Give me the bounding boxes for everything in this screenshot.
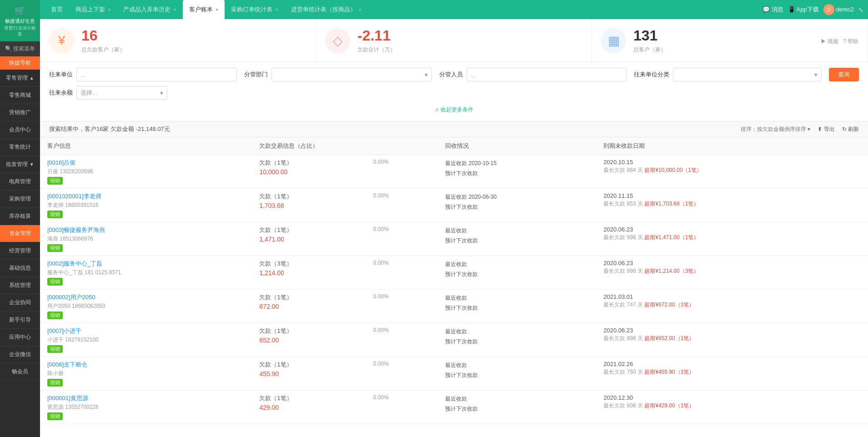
- latest-payment: 最近收款: [445, 260, 589, 270]
- debt-count: 欠款（1笔）: [259, 192, 358, 201]
- filter-vendor-input[interactable]: ...: [76, 68, 237, 81]
- sidebar-item-wholesale[interactable]: 批发管理 ▼: [0, 156, 40, 173]
- sidebar-item-retail-mall[interactable]: 零售商城: [0, 87, 40, 104]
- sidebar-item-purchase[interactable]: 采购管理: [0, 191, 40, 208]
- refresh-icon: ↻: [842, 126, 847, 132]
- overdue-info: 最长欠款 750 天 超期¥455.90（1笔）: [603, 367, 861, 377]
- overdue-link[interactable]: 超期¥1,214.00（3笔）: [644, 268, 699, 274]
- debt-amount[interactable]: 1,471.00: [259, 236, 358, 243]
- close-icon[interactable]: ×: [173, 7, 176, 12]
- due-date-cell: 2021.03.01 最长欠款 747 天 超期¥672.00（1笔）: [596, 290, 868, 323]
- debt-ratio: 0.00%: [373, 226, 431, 232]
- debt-amount[interactable]: 10,000.00: [259, 168, 358, 176]
- debt-amount[interactable]: 455.90: [259, 370, 358, 377]
- customer-name-link[interactable]: [0001020001]李老师: [47, 192, 245, 201]
- maximize-icon[interactable]: ⤡: [858, 6, 863, 13]
- user-avatar[interactable]: D demo2: [823, 4, 854, 15]
- customer-name-link[interactable]: [0006]去下粮仓: [47, 361, 245, 369]
- sidebar-item-retail-mgmt[interactable]: 零售管理 ▲: [0, 70, 40, 87]
- tab-purchase-stats[interactable]: 采购订单统计表 ×: [225, 0, 284, 19]
- filter-balance-select[interactable]: 选择... ▾: [76, 86, 167, 100]
- debt-ratio: 0.00%: [373, 260, 431, 266]
- overdue-link[interactable]: 超期¥1,471.00（1笔）: [644, 234, 699, 241]
- overdue-link[interactable]: 超期¥455.90（1笔）: [644, 369, 694, 375]
- sort-label[interactable]: 排序：按欠款金额倒序排序 ▾: [741, 126, 810, 133]
- sidebar-item-inventory[interactable]: 库存核算: [0, 208, 40, 225]
- customer-name-link[interactable]: [0002]服务中心_丁磊: [47, 260, 245, 268]
- logo-icon: 🛒: [2, 5, 38, 16]
- sidebar-item-guide[interactable]: 新手引导: [0, 311, 40, 329]
- filter-dept-select[interactable]: ▾: [271, 68, 432, 81]
- sidebar-item-system[interactable]: 系统管理: [0, 277, 40, 294]
- quick-nav[interactable]: 快捷导航: [0, 56, 40, 70]
- sidebar-item-ecommerce[interactable]: 电商管理: [0, 173, 40, 191]
- export-btn[interactable]: ⬆ 导出: [818, 126, 834, 133]
- sidebar-item-basic-info[interactable]: 基础信息: [0, 260, 40, 277]
- due-date: 2020.11.15: [603, 192, 861, 199]
- customer-name-link[interactable]: [0016]吕俊: [47, 159, 245, 167]
- help-btn[interactable]: ? 帮助: [843, 38, 858, 45]
- message-btn[interactable]: 💬 消息: [763, 5, 783, 14]
- debt-amount[interactable]: 1,214.00: [259, 269, 358, 276]
- sidebar-item-retail-stats[interactable]: 零售统计: [0, 139, 40, 156]
- tab-customer-ledger[interactable]: 客户账本 ×: [183, 0, 225, 19]
- debt-amount[interactable]: 429.00: [259, 404, 358, 411]
- search-button[interactable]: 查询: [829, 68, 859, 81]
- tab-product-listing[interactable]: 商品上下架 ×: [69, 0, 117, 19]
- col-customer-info: 客户信息: [40, 137, 252, 155]
- table-row: [0006]去下粮仓 陈小册 现销 欠款（1笔） 455.90 0.00% 最近…: [40, 357, 868, 391]
- customer-name-link[interactable]: [000001]黄思源: [47, 394, 245, 402]
- customer-info-cell: [0002]服务中心_丁磊 服务中心_丁磊 181 0125 8371 现销: [40, 256, 252, 290]
- close-icon[interactable]: ×: [216, 7, 218, 12]
- app-download-btn[interactable]: 📱 App下载: [788, 5, 819, 14]
- due-date-cell: 2020.06.23 最长欠款 998 天 超期¥1,214.00（3笔）: [596, 256, 868, 290]
- customer-name-link[interactable]: [0007]小进千: [47, 327, 245, 335]
- chevron-down-icon: ▾: [808, 126, 810, 132]
- close-icon[interactable]: ×: [108, 7, 110, 12]
- sidebar-item-collab[interactable]: 企业协同: [0, 294, 40, 311]
- table-row: [0007]小进千 小进千 18279152100 现销 欠款（1笔） 652.…: [40, 323, 868, 357]
- topbar-actions: 💬 消息 📱 App下载 D demo2 ⤡: [763, 4, 863, 15]
- overdue-link[interactable]: 超期¥652.00（1笔）: [644, 335, 694, 342]
- debt-amount[interactable]: 1,703.68: [259, 202, 358, 209]
- sidebar-item-member-vip[interactable]: 畅会员: [0, 363, 40, 381]
- stat-value-debt-customers: 16: [81, 27, 125, 44]
- collapse-filter-btn[interactable]: ∧ 收起更多条件: [49, 104, 859, 116]
- debt-ratio: 0.00%: [373, 327, 431, 333]
- overdue-link[interactable]: 超期¥429.00（1笔）: [644, 402, 694, 409]
- stat-label-total-customers: 总客户（家）: [633, 46, 666, 54]
- customer-name-link[interactable]: [0003]畅捷服务尹海燕: [47, 226, 245, 234]
- video-btn[interactable]: ▶ 视频: [821, 38, 838, 45]
- debt-amount[interactable]: 672.00: [259, 303, 358, 310]
- due-date-cell: 2020.06.23 最长欠款 998 天 超期¥1,471.00（1笔）: [596, 222, 868, 256]
- due-date-cell: 2020.12.30 最长欠款 808 天 超期¥429.00（1笔）: [596, 391, 868, 424]
- search-menu[interactable]: 🔍 搜索菜单: [0, 41, 40, 56]
- filter-category-select[interactable]: ▾: [673, 68, 822, 81]
- close-icon[interactable]: ×: [275, 7, 278, 12]
- overdue-link[interactable]: 超期¥1,703.68（1笔）: [644, 201, 699, 207]
- filter-person-input[interactable]: ...: [467, 68, 627, 81]
- tab-home[interactable]: 首页: [45, 0, 69, 19]
- tab-production-history[interactable]: 产成品入库单历史 ×: [117, 0, 182, 19]
- customer-tag: 现销: [47, 177, 63, 185]
- overdue-info: 最长欠款 998 天 超期¥1,471.00（1笔）: [603, 233, 861, 243]
- filter-person: 分管人员 ...: [439, 68, 627, 81]
- sidebar-item-member[interactable]: 会员中心: [0, 121, 40, 139]
- sidebar-item-wechat[interactable]: 企业微信: [0, 346, 40, 363]
- overdue-link[interactable]: 超期¥672.00（1笔）: [644, 301, 694, 308]
- sidebar-item-apps[interactable]: 应用中心: [0, 329, 40, 346]
- stats-row: ¥ 16 总欠款客户（家） ◇ -2.11 欠款合计（万） ▦ 131 总客户（…: [40, 19, 868, 62]
- latest-payment: 最近收款: [445, 394, 589, 404]
- sidebar-item-marketing[interactable]: 营销推广: [0, 104, 40, 121]
- refresh-btn[interactable]: ↻ 刷新: [842, 126, 859, 133]
- tab-purchase-by-product[interactable]: 进货单统计表（按商品） ×: [285, 0, 368, 19]
- close-icon[interactable]: ×: [359, 7, 361, 12]
- sidebar-item-finance[interactable]: 资金管理: [0, 225, 40, 242]
- customer-name-link[interactable]: [000002]用户2050: [47, 293, 245, 301]
- debt-ratio: 0.00%: [373, 159, 431, 165]
- debt-ratio-cell: 0.00%: [366, 256, 438, 290]
- due-date: 2020.06.23: [603, 327, 861, 334]
- debt-amount[interactable]: 652.00: [259, 337, 358, 344]
- overdue-link[interactable]: 超期¥10,000.00（1笔）: [644, 167, 702, 173]
- sidebar-item-operations[interactable]: 经营管理: [0, 242, 40, 260]
